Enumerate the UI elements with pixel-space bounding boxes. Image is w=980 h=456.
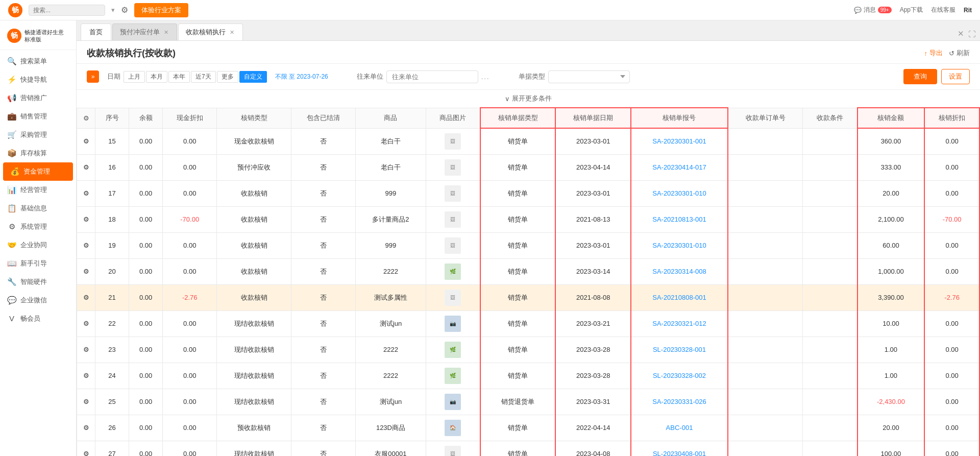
cell-settings[interactable]: ⚙ [77,258,95,284]
dropdown-arrow-icon[interactable]: ▾ [111,6,115,14]
tab-prepay-close-icon[interactable]: ✕ [163,29,169,36]
online-service-link[interactable]: 在线客服 [931,6,955,14]
cell-goods-img: 📷 [426,310,480,337]
cell-writeoff-bill-no[interactable]: SA-20230301-001 [631,128,728,154]
filter-date-more[interactable]: 更多 [217,71,238,83]
cell-writeoff-bill-no[interactable]: SA-20230314-008 [631,258,728,284]
sidebar-item-marketing[interactable]: 📢 营销推广 [0,89,76,107]
filter-expand-button[interactable]: » [87,70,99,83]
filter-unit-input[interactable] [386,70,478,83]
sidebar-item-hardware[interactable]: 🔧 智能硬件 [0,273,76,291]
sidebar-item-finance[interactable]: 💰 资金管理 [3,162,73,181]
cell-settings[interactable]: ⚙ [77,415,95,441]
tab-home[interactable]: 首页 [81,23,111,40]
bill-no-link[interactable]: SA-20230321-012 [652,320,706,327]
tab-close-all-icon[interactable]: ✕ [958,29,964,38]
sidebar-item-collab[interactable]: 🤝 企业协同 [0,236,76,254]
bill-no-link[interactable]: SA-20230301-010 [652,242,706,249]
industry-solution-button[interactable]: 体验行业方案 [134,3,188,17]
cell-writeoff-bill-no[interactable]: SA-20210813-001 [631,206,728,232]
filter-date-7days[interactable]: 近7天 [191,71,216,83]
cell-writeoff-discount: 0.00 [924,180,979,206]
cell-settings[interactable]: ⚙ [77,363,95,389]
cell-included-settled: 否 [291,389,356,415]
filter-date-this-month[interactable]: 本月 [146,71,167,83]
sidebar-item-sales[interactable]: 💼 销售管理 [0,107,76,126]
filter-type-select[interactable] [548,70,630,83]
cell-settings[interactable]: ⚙ [77,206,95,232]
cell-writeoff-bill-no[interactable]: SA-20230414-017 [631,154,728,180]
col-settings-header[interactable]: ⚙ [77,108,95,128]
bill-no-link[interactable]: SA-20210808-001 [652,294,706,301]
bill-no-link[interactable]: SL-20230408-001 [653,450,706,456]
cell-settings[interactable]: ⚙ [77,389,95,415]
bill-no-link[interactable]: SA-20210813-001 [652,215,706,223]
sidebar-item-management[interactable]: 📊 经营管理 [0,181,76,199]
bill-no-link[interactable]: SA-20230301-001 [652,137,706,145]
filter-date-this-year[interactable]: 本年 [168,71,190,83]
sidebar-item-system[interactable]: ⚙ 系统管理 [0,218,76,236]
tab-writeoff[interactable]: 收款核销执行 ✕ [178,23,243,40]
clipboard-icon: 📋 [7,204,16,213]
notice-area[interactable]: 💬 消息 99+ [854,6,892,14]
col-cash-discount-header: 现金折扣 [163,108,217,128]
tab-expand-icon[interactable]: ⛶ [968,30,976,38]
cell-settings[interactable]: ⚙ [77,441,95,456]
sidebar-item-vip[interactable]: V 畅会员 [0,309,76,328]
tab-writeoff-label: 收款核销执行 [186,28,226,37]
sidebar-item-shortcut[interactable]: ⚡ 快捷导航 [0,70,76,89]
sidebar-item-wechat[interactable]: 💬 企业微信 [0,291,76,309]
bill-no-link[interactable]: SA-20230331-026 [652,398,706,405]
gear-icon[interactable]: ⚙ [121,5,128,15]
bill-no-link[interactable]: SA-20230414-017 [652,163,706,171]
sidebar-item-inventory[interactable]: 📦 库存核算 [0,144,76,162]
cell-writeoff-bill-no[interactable]: SL-20230328-001 [631,337,728,363]
cell-settings[interactable]: ⚙ [77,154,95,180]
cell-writeoff-bill-date: 2023-04-08 [555,441,631,456]
cell-cash-discount: 0.00 [163,441,217,456]
cell-balance: 0.00 [129,310,163,337]
sidebar-item-base-info[interactable]: 📋 基础信息 [0,199,76,218]
cell-goods: 测试jun [356,310,426,337]
cell-settings[interactable]: ⚙ [77,310,95,337]
bill-no-link[interactable]: ABC-001 [666,424,693,431]
expand-more-button[interactable]: ∨ 展开更多条件 [505,94,552,103]
sidebar-item-purchase[interactable]: 🛒 采购管理 [0,126,76,144]
cell-writeoff-type: 现结收款核销 [217,310,291,337]
cell-writeoff-bill-no[interactable]: SA-20230331-026 [631,389,728,415]
filter-date-last-month[interactable]: 上月 [124,71,145,83]
refresh-button[interactable]: ↺ 刷新 [949,49,970,58]
top-search-input[interactable] [29,5,105,16]
cell-writeoff-bill-no[interactable]: SA-20230321-012 [631,310,728,337]
export-button[interactable]: ↑ 导出 [924,49,943,58]
cell-settings[interactable]: ⚙ [77,232,95,258]
sidebar-item-guide[interactable]: 📖 新手引导 [0,254,76,273]
filter-date-custom[interactable]: 自定义 [239,71,267,83]
cell-writeoff-bill-no[interactable]: SA-20210808-001 [631,284,728,310]
app-download-link[interactable]: App下载 [900,6,923,14]
tool-icon: 🔧 [7,277,16,286]
bill-no-link[interactable]: SL-20230328-001 [653,346,706,353]
settings-button[interactable]: 设置 [941,69,970,84]
cell-writeoff-bill-no[interactable]: SL-20230408-001 [631,441,728,456]
sidebar-item-label: 销售管理 [20,112,47,121]
col-balance-header: 余额 [129,108,163,128]
bill-no-link[interactable]: SA-20230301-010 [652,189,706,197]
cell-settings[interactable]: ⚙ [77,337,95,363]
cell-writeoff-bill-no[interactable]: SA-20230301-010 [631,180,728,206]
bill-no-link[interactable]: SL-20230328-002 [653,372,706,379]
cell-writeoff-bill-no[interactable]: SA-20230301-010 [631,232,728,258]
cell-settings[interactable]: ⚙ [77,180,95,206]
bill-no-link[interactable]: SA-20230314-008 [652,268,706,275]
cell-writeoff-bill-no[interactable]: SL-20230328-002 [631,363,728,389]
cell-writeoff-bill-type: 销货单 [480,441,556,456]
cell-settings[interactable]: ⚙ [77,284,95,310]
cell-settings[interactable]: ⚙ [77,128,95,154]
cell-writeoff-bill-no[interactable]: ABC-001 [631,415,728,441]
cell-goods: 衣服00001 [356,441,426,456]
cell-receipt-terms [803,441,857,456]
query-button[interactable]: 查询 [903,69,937,84]
sidebar-item-search[interactable]: 🔍 搜索菜单 [0,52,76,70]
tab-prepay[interactable]: 预付冲应付单 ✕ [112,23,177,40]
tab-writeoff-close-icon[interactable]: ✕ [229,29,235,36]
